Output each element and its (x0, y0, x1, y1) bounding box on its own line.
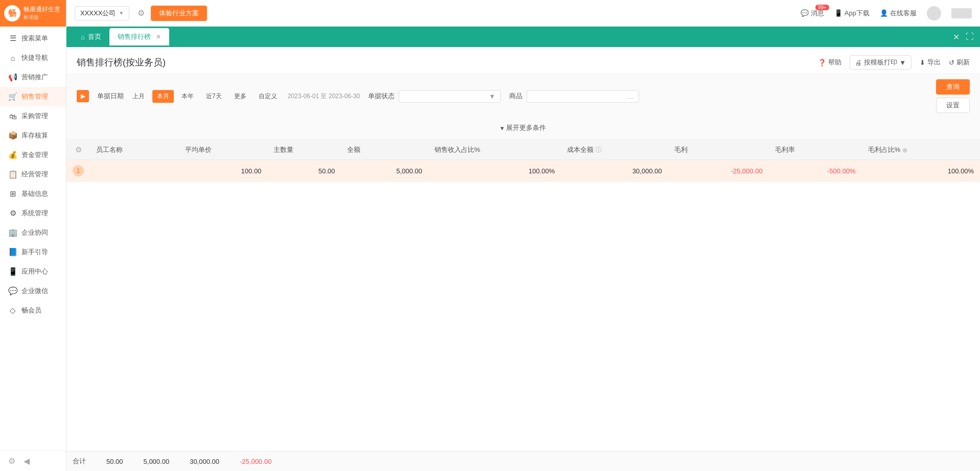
company-select[interactable]: XXXXX公司 ▼ (75, 6, 129, 20)
msg-btn[interactable]: 💬 消息 99+ (801, 9, 824, 18)
tab-sales-ranking[interactable]: 销售排行榜 ✕ (109, 28, 169, 46)
msg-icon: 💬 (801, 9, 809, 17)
sidebar-item-label: 经营管理 (21, 170, 48, 179)
col-gross-pct: 毛利占比% ⊕ (862, 140, 980, 160)
settings-bottom-icon[interactable]: ⚙ (8, 456, 15, 466)
template-print-btn[interactable]: 🖨 按模板打印 ▼ (850, 55, 911, 70)
sidebar-item-search[interactable]: ☰ 搜索菜单 (0, 29, 66, 48)
settings-btn[interactable]: 设置 (936, 98, 970, 113)
footer-cost: 30,000.00 (190, 458, 219, 465)
guide-icon: 📘 (8, 248, 17, 257)
sidebar-item-sales[interactable]: 🛒 销售管理 (0, 87, 66, 106)
rank-badge: 1 (73, 165, 84, 176)
sidebar-item-label: 采购管理 (21, 111, 48, 121)
sidebar-bottom: ⚙ ◀ (0, 451, 66, 471)
expand-row: ▾ 展开更多条件 (66, 118, 980, 140)
goods-input[interactable]: … (527, 90, 639, 103)
refresh-btn[interactable]: ↺ 刷新 (949, 58, 970, 67)
sidebar-item-inventory[interactable]: 📦 库存核算 (0, 126, 66, 145)
trial-btn[interactable]: 体验行业方案 (151, 6, 207, 21)
cost-info-icon[interactable]: ⓘ (596, 146, 602, 153)
table-header-row: ⚙ 员工名称 平均单价 主数量 全额 销售收入占比% 成本全额 ⓘ 毛利 毛利率 (66, 140, 980, 160)
query-settings-area: 查询 设置 (936, 79, 970, 113)
sidebar-item-label: 应用中心 (21, 267, 48, 276)
col-sales-pct: 销售收入占比% (428, 140, 561, 160)
sidebar-item-guide[interactable]: 📘 新手引导 (0, 242, 66, 262)
date-btn-custom[interactable]: 自定义 (254, 90, 282, 103)
tab-home-label: 首页 (88, 32, 101, 41)
wechat-icon: 💬 (8, 286, 17, 296)
expand-conditions-btn[interactable]: ▾ 展开更多条件 (500, 120, 546, 136)
date-filter: 单据日期 上月 本月 本年 近7天 更多 自定义 2023-06-01 至 20… (97, 90, 360, 103)
status-select[interactable]: ▼ (399, 90, 501, 103)
purchase-icon: 🛍 (8, 112, 17, 121)
col-settings-icon[interactable]: ⚙ (75, 145, 82, 154)
apps-icon: 📱 (8, 267, 17, 276)
date-btn-this-month[interactable]: 本月 (152, 90, 174, 103)
user-name-block (951, 8, 972, 18)
tab-close-icon[interactable]: ✕ (156, 33, 161, 40)
app-download-btn[interactable]: 📱 App下载 (834, 9, 870, 18)
sidebar-item-quick[interactable]: ⌂ 快捷导航 (0, 48, 66, 68)
refresh-icon: ↺ (949, 59, 954, 66)
date-btn-this-year[interactable]: 本年 (177, 90, 198, 103)
cell-cost: 30,000.00 (561, 160, 668, 182)
app-icon: 📱 (834, 9, 842, 17)
home-tab-icon: ⌂ (81, 33, 85, 41)
tab-close-all-icon[interactable]: ✕ (953, 32, 960, 42)
export-label: 导出 (927, 58, 941, 67)
page-header: 销售排行榜(按业务员) ❓ 帮助 🖨 按模板打印 ▼ ⬇ 导出 ↺ 刷新 (66, 47, 980, 74)
date-filter-label: 单据日期 (97, 92, 124, 101)
footer-qty: 50.00 (106, 458, 123, 465)
sidebar: 畅 畅康通好生意 标准版 ☰ 搜索菜单 ⌂ 快捷导航 📢 营销推广 🛒 销售管理… (0, 0, 66, 471)
table-container: ⚙ 员工名称 平均单价 主数量 全额 销售收入占比% 成本全额 ⓘ 毛利 毛利率 (66, 140, 980, 451)
tabbar: ⌂ 首页 销售排行榜 ✕ ✕ ⛶ (66, 27, 980, 47)
sidebar-item-operation[interactable]: 📋 经营管理 (0, 165, 66, 184)
sidebar-item-system[interactable]: ⚙ 系统管理 (0, 204, 66, 223)
date-btn-7days[interactable]: 近7天 (201, 90, 226, 103)
user-avatar[interactable] (927, 6, 941, 20)
sidebar-item-wechat[interactable]: 💬 企业微信 (0, 281, 66, 301)
goods-filter-label: 商品 (509, 92, 522, 101)
goods-filter: 商品 … (509, 90, 639, 103)
goods-more-icon: … (627, 93, 633, 100)
sidebar-item-label: 新手引导 (21, 248, 48, 257)
cell-amount: 5,000.00 (341, 160, 428, 182)
finance-icon: 💰 (8, 150, 17, 160)
gross-pct-info-icon[interactable]: ⊕ (902, 147, 907, 154)
operation-icon: 📋 (8, 170, 17, 179)
inventory-icon: 📦 (8, 131, 17, 140)
home-icon: ⌂ (8, 54, 17, 62)
collapse-sidebar-icon[interactable]: ◀ (24, 456, 30, 466)
cell-sales-pct: 100.00% (428, 160, 561, 182)
logo-text: 畅康通好生意 标准版 (24, 6, 60, 21)
tab-home[interactable]: ⌂ 首页 (73, 28, 109, 46)
query-btn[interactable]: 查询 (936, 79, 970, 95)
page-title: 销售排行榜(按业务员) (77, 56, 166, 69)
service-icon: 👤 (880, 9, 888, 17)
sidebar-item-marketing[interactable]: 📢 营销推广 (0, 68, 66, 87)
expand-down-icon: ▾ (500, 124, 504, 132)
help-icon: ❓ (818, 59, 826, 66)
sidebar-item-purchase[interactable]: 🛍 采购管理 (0, 106, 66, 126)
col-avg-price: 平均单价 (179, 140, 268, 160)
sidebar-item-basic[interactable]: ⊞ 基础信息 (0, 184, 66, 204)
company-dropdown-arrow: ▼ (119, 10, 124, 16)
sidebar-item-finance[interactable]: 💰 资金管理 (0, 145, 66, 165)
sidebar-item-enterprise[interactable]: 🏢 企业协同 (0, 223, 66, 242)
sidebar-item-member[interactable]: ◇ 畅会员 (0, 301, 66, 320)
data-table: ⚙ 员工名称 平均单价 主数量 全额 销售收入占比% 成本全额 ⓘ 毛利 毛利率 (66, 140, 980, 182)
online-service-btn[interactable]: 👤 在线客服 (880, 9, 917, 18)
member-icon: ◇ (8, 306, 17, 315)
expand-arrow-icon: ▶ (81, 93, 85, 100)
sidebar-item-apps[interactable]: 📱 应用中心 (0, 262, 66, 281)
tab-fullscreen-icon[interactable]: ⛶ (966, 32, 974, 41)
sidebar-item-label: 畅会员 (21, 306, 41, 315)
help-btn[interactable]: ❓ 帮助 (818, 58, 841, 67)
export-btn[interactable]: ⬇ 导出 (920, 58, 941, 67)
topbar-settings-icon[interactable]: ⚙ (138, 8, 145, 18)
date-btn-last-month[interactable]: 上月 (128, 90, 149, 103)
date-btn-more[interactable]: 更多 (230, 90, 251, 103)
filter-expand-toggle[interactable]: ▶ (77, 90, 89, 102)
msg-badge: 99+ (815, 5, 829, 10)
